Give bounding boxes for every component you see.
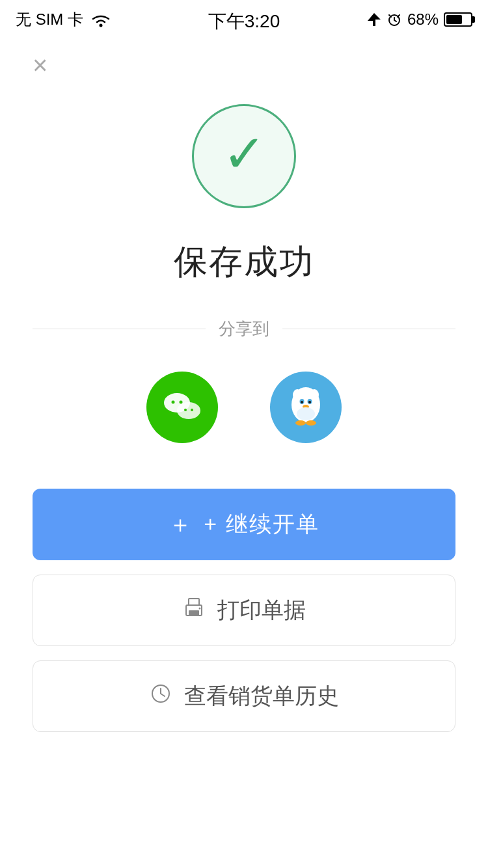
svg-point-16 xyxy=(293,389,302,401)
svg-rect-22 xyxy=(189,610,199,616)
svg-point-20 xyxy=(306,420,316,426)
status-right: 68% xyxy=(367,10,472,29)
svg-point-14 xyxy=(308,401,311,403)
wechat-share-button[interactable] xyxy=(146,372,218,443)
svg-point-0 xyxy=(100,24,103,27)
print-label: 打印单据 xyxy=(217,595,306,625)
svg-point-19 xyxy=(295,420,306,426)
no-sim-label: 无 SIM 卡 xyxy=(16,9,83,30)
main-content: × ✓ 保存成功 分享到 xyxy=(0,39,488,746)
svg-point-24 xyxy=(199,607,201,609)
svg-point-17 xyxy=(310,389,319,401)
location-icon xyxy=(367,12,381,27)
checkmark-icon: ✓ xyxy=(223,128,266,180)
success-indicator: ✓ xyxy=(192,104,296,208)
qq-share-button[interactable] xyxy=(270,372,342,443)
share-label: 分享到 xyxy=(219,318,269,340)
clock-icon xyxy=(149,682,172,711)
success-title: 保存成功 xyxy=(174,239,314,285)
battery-percent: 68% xyxy=(407,10,439,29)
svg-rect-23 xyxy=(189,599,199,605)
close-button[interactable]: × xyxy=(33,52,47,78)
wifi-icon xyxy=(90,11,112,28)
history-label: 查看销货单历史 xyxy=(184,681,339,711)
wechat-icon xyxy=(160,388,204,426)
battery-icon xyxy=(444,12,472,27)
share-divider: 分享到 xyxy=(33,318,455,340)
svg-point-7 xyxy=(184,409,187,411)
status-left: 无 SIM 卡 xyxy=(16,9,112,30)
svg-point-13 xyxy=(301,401,303,403)
alarm-icon xyxy=(386,12,402,27)
share-icons-row xyxy=(146,372,342,443)
svg-point-4 xyxy=(177,402,200,419)
continue-label: + 继续开单 xyxy=(204,509,319,539)
printer-icon xyxy=(182,596,206,625)
close-icon: × xyxy=(33,51,47,79)
svg-point-6 xyxy=(180,401,183,404)
divider-right xyxy=(282,329,455,329)
plus-icon: ＋ xyxy=(169,509,192,541)
svg-point-5 xyxy=(172,401,175,404)
continue-button[interactable]: ＋ + 继续开单 xyxy=(33,489,455,560)
divider-left xyxy=(33,329,206,329)
history-button[interactable]: 查看销货单历史 xyxy=(33,660,455,732)
print-button[interactable]: 打印单据 xyxy=(33,575,455,646)
svg-point-18 xyxy=(297,407,315,420)
status-time: 下午3:20 xyxy=(208,9,280,34)
qq-icon xyxy=(284,384,327,431)
status-bar: 无 SIM 卡 下午3:20 68% xyxy=(0,0,488,39)
svg-point-8 xyxy=(191,409,193,411)
